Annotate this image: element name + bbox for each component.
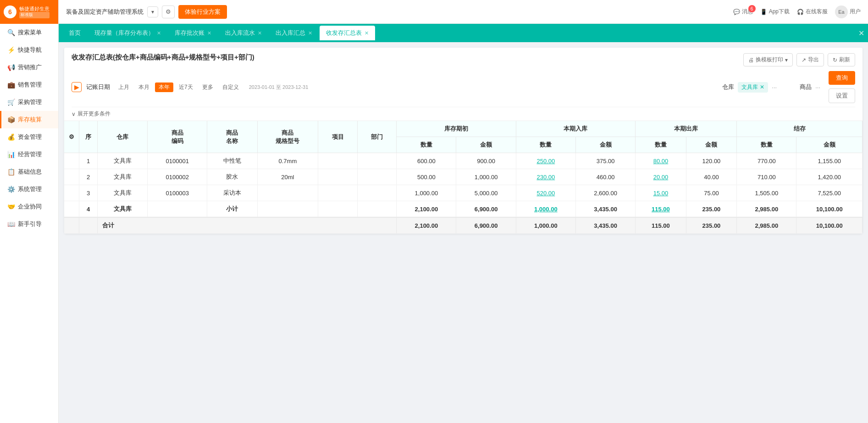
goods-more-dots[interactable]: ··· — [815, 84, 820, 91]
cell-value: 120.00 — [686, 153, 737, 169]
shortcut-7days[interactable]: 近7天 — [175, 82, 197, 92]
tab-inventory-dist[interactable]: 现存量（库存分布表） ✕ — [88, 26, 167, 40]
template-icon: 🖨 — [748, 57, 754, 63]
cell-value: 3 — [79, 185, 98, 201]
headset-icon: 🎧 — [797, 9, 804, 15]
sidebar-item-label: 基础信息 — [18, 168, 42, 176]
tab-receive-summary[interactable]: 收发存汇总表 ✕ — [320, 26, 375, 40]
tab-close-icon[interactable]: ✕ — [157, 30, 161, 36]
export-button[interactable]: ↗ 导出 — [796, 53, 824, 66]
shortcut-custom[interactable]: 自定义 — [219, 82, 243, 92]
cell-value: 1,420.00 — [796, 169, 862, 185]
system-dropdown[interactable]: ▾ — [147, 6, 158, 17]
footer-bal-qty: 2,985.00 — [737, 217, 796, 234]
sidebar-item-sales[interactable]: 💼 销售管理 — [0, 76, 58, 93]
sidebar-item-quick-nav[interactable]: ⚡ 快捷导航 — [0, 41, 58, 59]
sidebar-item-basic[interactable]: 📋 基础信息 — [0, 163, 58, 181]
chevron-down-icon: ▾ — [785, 57, 788, 63]
table-footer-row: 合计 2,100.00 6,900.00 1,000.00 3,435.00 1… — [64, 217, 862, 234]
sidebar-item-guide[interactable]: 📖 新手引导 — [0, 215, 58, 233]
row-settings — [64, 185, 79, 201]
tab-flow[interactable]: 出入库流水 ✕ — [219, 26, 268, 40]
shortcut-this-month[interactable]: 本月 — [135, 82, 153, 92]
sidebar-item-label: 库存核算 — [18, 115, 42, 124]
tab-label: 现存量（库存分布表） — [94, 29, 154, 37]
linked-value[interactable]: 230.00 — [516, 169, 575, 185]
message-button[interactable]: 💬 消息 6 — [733, 8, 753, 16]
dropdown-arrow-icon: ▾ — [151, 9, 154, 15]
system-name: 装备及固定资产辅助管理系统 — [66, 8, 144, 16]
linked-value[interactable]: 250.00 — [516, 153, 575, 169]
sidebar-item-label: 系统管理 — [18, 185, 42, 193]
cell-value — [257, 201, 318, 218]
box-icon: 📦 — [7, 115, 15, 124]
template-print-button[interactable]: 🖨 换模板打印 ▾ — [743, 53, 793, 66]
table-row: 4文具库小计2,100.006,900.001,000.003,435.0011… — [64, 201, 862, 218]
handshake-icon: 🤝 — [7, 203, 15, 211]
sidebar-item-purchase[interactable]: 🛒 采购管理 — [0, 93, 58, 111]
linked-value[interactable]: 20.00 — [636, 169, 686, 185]
cell-value: 75.00 — [686, 185, 737, 201]
warehouse-filter-label: 仓库 — [722, 83, 734, 91]
page-wrapper: 收发存汇总表(按仓库+商品编码+商品+规格型号+项目+部门) 🖨 换模板打印 ▾… — [64, 48, 862, 234]
summary-table: ⚙ 序 仓库 商品编码 商品名称 商品规格型号 项目 部门 库存期初 本期入库 … — [64, 121, 862, 234]
warehouse-more-dots[interactable]: ··· — [772, 84, 777, 91]
cell-value: 4 — [79, 201, 98, 218]
money-icon: 💰 — [7, 133, 15, 141]
col-settings-header[interactable]: ⚙ — [64, 121, 79, 153]
cell-value — [148, 201, 207, 218]
topbar-right: 💬 消息 6 📱 App下载 🎧 在线客服 Ea 用户 — [733, 5, 861, 18]
cell-value — [357, 201, 396, 218]
sidebar-logo: 6 畅捷通好生意 标准版 — [0, 0, 58, 24]
warehouse-tag-remove[interactable]: ✕ — [760, 84, 764, 90]
linked-value[interactable]: 115.00 — [636, 201, 686, 218]
cell-value — [318, 185, 357, 201]
goods-filter-label: 商品 — [800, 83, 812, 91]
config-button[interactable]: ⚙ — [162, 5, 175, 18]
cell-value — [357, 185, 396, 201]
app-download-button[interactable]: 📱 App下载 — [760, 8, 790, 16]
user-menu[interactable]: Ea 用户 — [835, 5, 861, 18]
shortcut-more[interactable]: 更多 — [199, 82, 217, 92]
online-service-button[interactable]: 🎧 在线客服 — [797, 8, 828, 16]
cell-value: 小计 — [207, 201, 257, 218]
shortcut-last-month[interactable]: 上月 — [115, 82, 133, 92]
tab-close-icon[interactable]: ✕ — [308, 30, 312, 36]
search-icon: 🔍 — [7, 28, 15, 37]
col-spec-header: 商品规格型号 — [257, 121, 318, 153]
query-button[interactable]: 查询 — [829, 71, 855, 85]
cell-value: 1,000.00 — [397, 185, 456, 201]
table-row: 2文具库0100002胶水20ml500.001,000.00230.00460… — [64, 169, 862, 185]
refresh-button[interactable]: ↻ 刷新 — [828, 53, 855, 66]
table-row: 3文具库0100003采访本1,000.005,000.00520.002,60… — [64, 185, 862, 201]
filter-expand-button[interactable]: ▶ — [72, 82, 82, 92]
linked-value[interactable]: 520.00 — [516, 185, 575, 201]
tab-close-icon[interactable]: ✕ — [207, 30, 211, 36]
col-name-header: 商品名称 — [207, 121, 257, 153]
tab-close-icon[interactable]: ✕ — [365, 30, 369, 36]
footer-warehouse: 合计 — [98, 217, 397, 234]
sidebar-item-operation[interactable]: 📊 经营管理 — [0, 146, 58, 163]
sidebar-item-inventory[interactable]: 📦 库存核算 — [0, 111, 58, 128]
sidebar-item-system[interactable]: ⚙️ 系统管理 — [0, 181, 58, 198]
col-no-header: 序 — [79, 121, 98, 153]
tab-close-icon[interactable]: ✕ — [258, 30, 262, 36]
sidebar-item-finance[interactable]: 💰 资金管理 — [0, 128, 58, 146]
tab-home[interactable]: 首页 — [62, 26, 87, 40]
linked-value[interactable]: 1,000.00 — [516, 201, 575, 218]
template-btn-label: 换模板打印 — [756, 56, 783, 64]
cell-value: 1,000.00 — [456, 169, 516, 185]
sub-open-qty-header: 数量 — [397, 137, 456, 153]
expand-more-conditions[interactable]: ∨ 展开更多条件 — [72, 110, 855, 118]
tab-batch[interactable]: 库存批次账 ✕ — [168, 26, 218, 40]
shortcut-this-year[interactable]: 本年 — [155, 82, 173, 92]
tabbar-close-all[interactable]: ✕ — [858, 29, 864, 38]
trial-button[interactable]: 体验行业方案 — [178, 5, 227, 19]
tab-summary[interactable]: 出入库汇总 ✕ — [269, 26, 319, 40]
linked-value[interactable]: 15.00 — [636, 185, 686, 201]
sidebar-item-marketing[interactable]: 📢 营销推广 — [0, 59, 58, 76]
sidebar-item-search[interactable]: 🔍 搜索菜单 — [0, 24, 58, 41]
filter-settings-button[interactable]: 设置 — [829, 88, 855, 103]
linked-value[interactable]: 80.00 — [636, 153, 686, 169]
sidebar-item-collab[interactable]: 🤝 企业协同 — [0, 198, 58, 215]
